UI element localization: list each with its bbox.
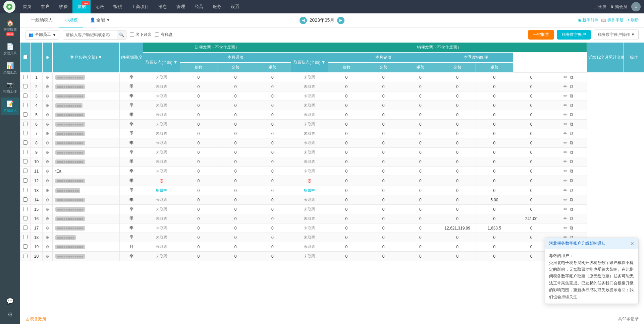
cell-status-out[interactable]: 未取票: [291, 129, 328, 138]
cell-settings[interactable]: ⚙: [43, 252, 53, 261]
vip-btn[interactable]: ♛ 购会员: [610, 4, 627, 10]
cell-status-in[interactable]: 未取票: [143, 129, 180, 138]
nav-settings[interactable]: 设置: [226, 0, 244, 13]
app-logo[interactable]: [3, 1, 15, 13]
cell-status-out[interactable]: 未取票: [291, 82, 328, 91]
nav-account[interactable]: 记账: [91, 0, 109, 13]
edit-icon[interactable]: ✏: [563, 216, 568, 221]
nav-ticket[interactable]: 票据 new: [72, 0, 91, 13]
prev-month-btn[interactable]: ◀: [300, 17, 307, 24]
cell-status-in[interactable]: 未取票: [143, 252, 180, 261]
cell-check[interactable]: [20, 148, 31, 157]
edit-icon[interactable]: ✏: [563, 206, 568, 212]
manual-btn[interactable]: 📖 操作手册: [601, 17, 623, 23]
cell-check[interactable]: [20, 242, 31, 252]
search-input[interactable]: [63, 30, 117, 39]
cell-check[interactable]: [20, 157, 31, 167]
th-name[interactable]: 客户名称(全部) ▼: [53, 43, 120, 73]
nav-home[interactable]: 首页: [18, 0, 36, 13]
cell-status-in[interactable]: 未取票: [143, 101, 180, 110]
edit-icon[interactable]: ✏: [563, 225, 568, 231]
copy-icon[interactable]: ⧉: [569, 74, 574, 80]
cell-settings[interactable]: ⚙: [43, 242, 53, 252]
cell-settings[interactable]: ⚙: [43, 205, 53, 214]
cell-settings[interactable]: ⚙: [43, 148, 53, 157]
cell-status-in[interactable]: 未取票: [143, 82, 180, 91]
cell-settings[interactable]: ⚙: [43, 167, 53, 176]
cell-check[interactable]: [20, 195, 31, 205]
cell-status-in[interactable]: 未取票: [143, 138, 180, 148]
cell-check[interactable]: [20, 73, 31, 82]
cell-status-out[interactable]: 未取票: [291, 205, 328, 214]
cell-settings[interactable]: ⚙: [43, 120, 53, 129]
cell-settings[interactable]: ⚙: [43, 129, 53, 138]
cell-status-out[interactable]: 未取票: [291, 223, 328, 233]
cell-settings[interactable]: ⚙: [43, 138, 53, 148]
cell-status-out[interactable]: 未取票: [291, 252, 328, 261]
edit-icon[interactable]: ✏: [563, 168, 568, 174]
cell-check[interactable]: [20, 82, 31, 91]
cell-status-in[interactable]: 未取票: [143, 148, 180, 157]
copy-icon[interactable]: ⧉: [569, 112, 574, 117]
cell-status-in[interactable]: 未取票: [143, 73, 180, 82]
th-settings[interactable]: ⚙: [43, 43, 53, 73]
cell-settings[interactable]: ⚙: [43, 233, 53, 242]
edit-icon[interactable]: ✏: [563, 149, 568, 155]
edit-icon[interactable]: ✏: [563, 197, 568, 202]
sidebar-item-scan-upload[interactable]: 📷 扫描上传: [1, 78, 19, 96]
cell-status-in[interactable]: 未取票: [143, 223, 180, 233]
cell-settings[interactable]: ⚙: [43, 82, 53, 91]
tab-small-scale[interactable]: 小规模: [59, 13, 83, 27]
cell-settings[interactable]: ⚙: [43, 157, 53, 167]
cell-status-out[interactable]: 未取票: [291, 195, 328, 205]
cell-check[interactable]: [20, 176, 31, 186]
cell-settings[interactable]: ⚙: [43, 176, 53, 186]
tab-all[interactable]: 👤 全能 ▼: [85, 13, 116, 27]
cell-settings[interactable]: ⚙: [43, 110, 53, 120]
nav-service[interactable]: 服务: [208, 0, 226, 13]
nav-message[interactable]: 消息: [154, 0, 172, 13]
edit-icon[interactable]: ✏: [563, 131, 568, 136]
cell-status-in[interactable]: 未取票: [143, 205, 180, 214]
tab-general-taxpayer[interactable]: 一般纳税人: [25, 13, 58, 27]
cell-check[interactable]: [20, 252, 31, 261]
cell-status-in[interactable]: 未取票: [143, 195, 180, 205]
my-accounts-checkbox[interactable]: [130, 33, 134, 37]
search-button[interactable]: 🔍: [117, 30, 126, 39]
sidebar-item-smart-ticket[interactable]: 🏠 智能取票 new: [1, 17, 19, 39]
cell-status-in[interactable]: 取票中: [143, 186, 180, 195]
select-all-checkbox[interactable]: [23, 55, 28, 59]
cell-status-in[interactable]: 未取票: [143, 110, 180, 120]
cell-check[interactable]: [20, 110, 31, 120]
cell-status-out[interactable]: ⊗: [291, 176, 328, 186]
cell-check[interactable]: [20, 167, 31, 176]
cell-status-out[interactable]: 未取票: [291, 157, 328, 167]
copy-icon[interactable]: ⧉: [569, 159, 574, 164]
edit-icon[interactable]: ✏: [563, 74, 568, 80]
edit-icon[interactable]: ✏: [563, 84, 568, 89]
nav-billing[interactable]: 收费: [54, 0, 72, 13]
cell-check[interactable]: [20, 120, 31, 129]
nav-operation[interactable]: 经营: [190, 0, 208, 13]
sidebar-item-invoice-issue[interactable]: 📄 发票开具: [1, 40, 19, 58]
copy-icon[interactable]: ⧉: [569, 84, 574, 89]
has-taxpad-checkbox[interactable]: [155, 33, 159, 37]
copy-icon[interactable]: ⧉: [569, 197, 574, 202]
cell-settings[interactable]: ⚙: [43, 186, 53, 195]
cell-status-out[interactable]: 未取票: [291, 233, 328, 242]
cell-status-in[interactable]: 未取票: [143, 242, 180, 252]
th-quota[interactable]: 纳税期限(全部) ▼: [120, 43, 143, 73]
cell-status-out[interactable]: 未取票: [291, 101, 328, 110]
cell-settings[interactable]: ⚙: [43, 101, 53, 110]
tax-digital-btn[interactable]: 税务数字账户: [557, 30, 591, 40]
next-month-btn[interactable]: ▶: [337, 17, 344, 24]
copy-icon[interactable]: ⧉: [569, 168, 574, 174]
sidebar-item-ticket-summary[interactable]: 📊 票据汇总: [1, 59, 19, 77]
new-guide-btn[interactable]: ◉ 新手引导: [578, 17, 598, 23]
cell-status-out[interactable]: 取票中: [291, 186, 328, 195]
cell-status-in[interactable]: 未取票: [143, 214, 180, 223]
settings-icon[interactable]: ⚙: [4, 309, 16, 321]
copy-icon[interactable]: ⧉: [569, 225, 574, 231]
cell-status-in[interactable]: 未取票: [143, 157, 180, 167]
cell-check[interactable]: [20, 101, 31, 110]
